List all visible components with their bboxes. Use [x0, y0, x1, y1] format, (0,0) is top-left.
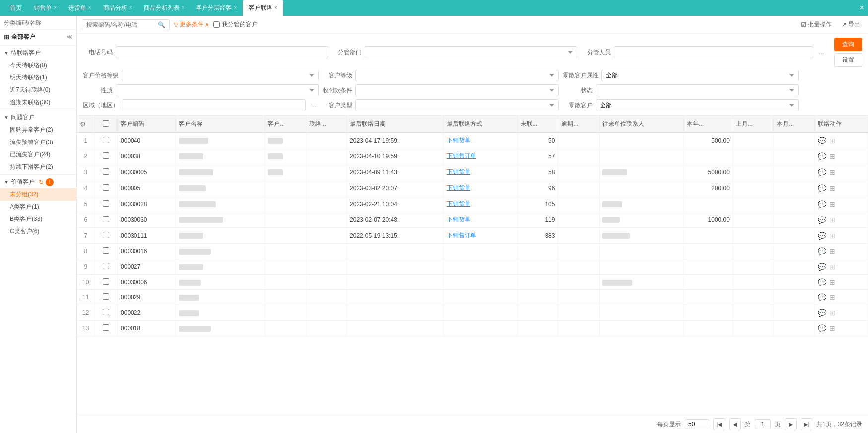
row-checkbox[interactable]: [103, 152, 109, 159]
row-checkbox-cell[interactable]: [95, 212, 118, 228]
search-icon[interactable]: 🔍: [158, 21, 165, 28]
customer-level-select[interactable]: [355, 70, 558, 81]
row-checkbox[interactable]: [103, 168, 109, 175]
settings-icon[interactable]: ⚙: [80, 120, 86, 128]
row-checkbox[interactable]: [103, 263, 109, 269]
contact-action-icon[interactable]: 💬: [818, 168, 826, 176]
all-customers-title[interactable]: ⊞ 全部客户 ≪: [0, 30, 76, 44]
no-group-item[interactable]: 未分组(32): [0, 188, 76, 201]
row-checkbox[interactable]: [103, 324, 109, 331]
row-checkbox-cell[interactable]: [95, 244, 118, 259]
row-checkbox[interactable]: [103, 232, 109, 238]
a-class-item[interactable]: A类客户(1): [0, 201, 76, 213]
contact-action-icon[interactable]: 💬: [818, 232, 826, 240]
more-action-icon[interactable]: ⊞: [829, 152, 835, 160]
row-checkbox[interactable]: [103, 200, 109, 207]
th-gear[interactable]: ⚙: [77, 116, 95, 133]
row-checkbox-cell[interactable]: [95, 196, 118, 212]
contact-action-icon[interactable]: 💬: [818, 309, 826, 317]
my-customers-checkbox[interactable]: 我分管的客户: [213, 20, 258, 29]
tab-analysis[interactable]: 商品分析 ×: [97, 0, 138, 16]
my-customers-check[interactable]: [213, 21, 220, 28]
row-checkbox-cell[interactable]: [95, 321, 118, 336]
problem-customers-group[interactable]: ▼ 问题客户: [0, 111, 76, 124]
churn-risk-item[interactable]: 流失预警客户(3): [0, 136, 76, 148]
close-segment-tab[interactable]: ×: [234, 0, 237, 16]
row-checkbox[interactable]: [103, 247, 109, 254]
first-page-btn[interactable]: |◀: [713, 418, 725, 430]
collapse-icon[interactable]: ≪: [67, 34, 72, 40]
contact-action-icon[interactable]: 💬: [818, 324, 826, 332]
search-input[interactable]: [86, 21, 156, 28]
phone-input[interactable]: [116, 46, 328, 58]
region-more-btn[interactable]: …: [309, 102, 319, 109]
sidebar-search-input[interactable]: [4, 19, 77, 26]
close-analysis-list-tab[interactable]: ×: [182, 0, 185, 16]
row-checkbox[interactable]: [103, 137, 109, 143]
last-method-link[interactable]: 下销售订单: [447, 232, 476, 239]
more-action-icon[interactable]: ⊞: [829, 324, 835, 332]
select-all-checkbox[interactable]: [103, 120, 109, 127]
retail-customer-select[interactable]: 全部: [596, 99, 799, 111]
b-class-item[interactable]: B类客户(33): [0, 213, 76, 225]
value-customers-group[interactable]: ▼ 价值客户 ↻ !: [0, 176, 76, 188]
page-size-select[interactable]: 50 100 200: [685, 419, 709, 429]
tab-home[interactable]: 首页: [4, 0, 28, 16]
last-method-link[interactable]: 下销售订单: [447, 152, 476, 159]
row-checkbox[interactable]: [103, 184, 109, 191]
last-page-btn[interactable]: ▶|: [801, 418, 812, 430]
contact-action-icon[interactable]: 💬: [818, 247, 826, 255]
row-checkbox[interactable]: [103, 216, 109, 222]
row-checkbox-cell[interactable]: [95, 275, 118, 290]
page-number-input[interactable]: [755, 419, 771, 429]
row-checkbox[interactable]: [103, 309, 109, 315]
more-action-icon[interactable]: ⊞: [829, 232, 835, 240]
more-conditions-btn[interactable]: ▽ 更多条件 ∧: [174, 20, 209, 29]
row-checkbox[interactable]: [103, 293, 109, 300]
more-action-icon[interactable]: ⊞: [829, 200, 835, 208]
near7days-pending[interactable]: 近7天待联络(0): [0, 84, 76, 96]
retail-attr-select[interactable]: 全部: [601, 70, 799, 81]
next-page-btn[interactable]: ▶: [785, 418, 797, 430]
tab-analysis-list[interactable]: 商品分析列表 ×: [138, 0, 191, 16]
last-method-link[interactable]: 下销货单: [447, 216, 470, 223]
row-checkbox-cell[interactable]: [95, 148, 118, 164]
more-action-icon[interactable]: ⊞: [829, 137, 835, 144]
last-method-link[interactable]: 下销货单: [447, 137, 470, 144]
close-purchase-tab[interactable]: ×: [88, 0, 91, 16]
payment-select[interactable]: [355, 84, 558, 96]
status-select[interactable]: [596, 84, 799, 96]
tab-sales[interactable]: 销售单 ×: [28, 0, 63, 16]
last-method-link[interactable]: 下销货单: [447, 168, 470, 175]
more-action-icon[interactable]: ⊞: [829, 309, 835, 317]
contact-action-icon[interactable]: 💬: [818, 137, 826, 144]
row-checkbox-cell[interactable]: [95, 228, 118, 244]
prev-page-btn[interactable]: ◀: [729, 418, 741, 430]
contact-action-icon[interactable]: 💬: [818, 278, 826, 286]
last-method-link[interactable]: 下销货单: [447, 184, 470, 191]
tab-purchase[interactable]: 进货单 ×: [63, 0, 97, 16]
overdue-pending[interactable]: 逾期未联络(30): [0, 96, 76, 109]
abnormal-purchase-item[interactable]: 固购异常客户(2): [0, 124, 76, 136]
row-checkbox-cell[interactable]: [95, 305, 118, 321]
contact-action-icon[interactable]: 💬: [818, 263, 826, 271]
more-action-icon[interactable]: ⊞: [829, 168, 835, 176]
today-pending[interactable]: 今天待联络(0): [0, 59, 76, 72]
close-window-button[interactable]: ×: [860, 3, 864, 12]
contact-action-icon[interactable]: 💬: [818, 200, 826, 208]
more-action-icon[interactable]: ⊞: [829, 293, 835, 301]
pending-contact-group[interactable]: ▼ 待联络客户: [0, 47, 76, 59]
batch-ops-btn[interactable]: ☑ 批量操作: [798, 19, 835, 30]
tab-customer-contact[interactable]: 客户联络 ×: [243, 0, 283, 16]
close-analysis-tab[interactable]: ×: [129, 0, 132, 16]
contact-action-icon[interactable]: 💬: [818, 184, 826, 192]
th-checkbox[interactable]: [95, 116, 118, 133]
lost-customers-item[interactable]: 已流失客户(24): [0, 148, 76, 161]
more-action-icon[interactable]: ⊞: [829, 216, 835, 224]
reset-button[interactable]: 设置: [834, 53, 862, 67]
manager-input[interactable]: [614, 46, 813, 58]
price-level-select[interactable]: [122, 70, 319, 81]
sidebar-search-bar[interactable]: 🔍: [0, 16, 76, 30]
row-checkbox[interactable]: [103, 278, 109, 285]
tab-customer-segment[interactable]: 客户分层经客 ×: [190, 0, 243, 16]
